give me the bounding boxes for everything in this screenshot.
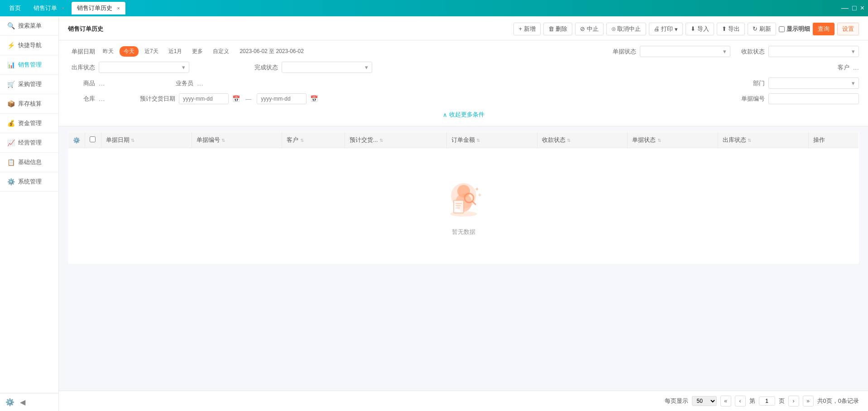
goods-selector[interactable]: ...: [99, 79, 105, 87]
sidebar-item-operations[interactable]: 📈 经营管理: [0, 133, 58, 153]
export-button[interactable]: ⬆ 导出: [717, 23, 745, 35]
sidebar-collapse-icon[interactable]: ◀: [20, 398, 25, 406]
table-body: ✦ ✦ 暂无数据: [68, 148, 859, 264]
th-doc-number[interactable]: 单据编号 ⇅: [192, 132, 282, 148]
date-tag-7days[interactable]: 近7天: [140, 46, 163, 57]
date-tag-yesterday[interactable]: 昨天: [99, 46, 118, 57]
expected-date-from[interactable]: [179, 93, 229, 104]
sidebar-item-search[interactable]: 🔍 搜索菜单: [0, 16, 58, 36]
first-page-button[interactable]: «: [720, 396, 731, 406]
refresh-button[interactable]: ↻ 刷新: [748, 23, 776, 35]
show-detail-checkbox[interactable]: [779, 26, 785, 32]
empty-state: ✦ ✦ 暂无数据: [68, 148, 858, 263]
sidebar: 🔍 搜索菜单 ⚡ 快捷导航 📊 销售管理 🛒 采购管理 📦 库存核算 💰 资金管…: [0, 16, 59, 411]
th-expected-date[interactable]: 预计交货... ⇅: [345, 132, 446, 148]
salesperson-selector[interactable]: ...: [197, 79, 203, 87]
expected-date-label: 预计交货日期: [139, 95, 175, 103]
date-range-value: 2023-06-02 至 2023-06-02: [240, 48, 303, 55]
th-outstock-status[interactable]: 出库状态 ⇅: [718, 132, 808, 148]
receipt-status-select[interactable]: ▾: [768, 46, 859, 57]
sort-receipt-status-icon: ⇅: [567, 138, 571, 143]
sidebar-settings-icon[interactable]: ⚙️: [5, 398, 14, 406]
stop-button[interactable]: ⊘ 中止: [575, 23, 604, 35]
filter-warehouse: 仓库 ...: [68, 95, 105, 103]
empty-state-cell: ✦ ✦ 暂无数据: [68, 148, 859, 264]
expected-date-to[interactable]: [257, 93, 307, 104]
close-sales-order-tab[interactable]: ×: [62, 5, 64, 11]
sidebar-item-sales[interactable]: 📊 销售管理: [0, 55, 58, 75]
sidebar-bottom: ⚙️ ◀: [0, 393, 58, 411]
maximize-btn[interactable]: □: [852, 4, 857, 12]
new-button[interactable]: + 新增: [513, 23, 540, 35]
empty-illustration: ✦ ✦: [441, 175, 486, 221]
total-info: 共0页，0条记录: [817, 397, 859, 405]
complete-status-select[interactable]: ▾: [282, 62, 372, 73]
date-tag-custom[interactable]: 自定义: [209, 46, 233, 57]
tab-sales-order[interactable]: 销售订单 ×: [28, 2, 70, 15]
filter-expected-date: 预计交货日期 📅 — 📅: [139, 93, 318, 104]
th-checkbox[interactable]: [85, 132, 101, 148]
sidebar-item-finance[interactable]: 💰 资金管理: [0, 114, 58, 133]
last-page-button[interactable]: »: [803, 396, 814, 406]
th-settings[interactable]: ⚙️: [68, 132, 85, 148]
sort-expected-date-icon: ⇅: [379, 138, 383, 143]
date-tag-more[interactable]: 更多: [188, 46, 207, 57]
prev-page-button[interactable]: ‹: [735, 396, 746, 406]
cancel-stop-button[interactable]: ⊙ 取消中止: [606, 23, 646, 35]
date-tag-today[interactable]: 今天: [120, 46, 139, 57]
doc-status-select[interactable]: ▾: [640, 46, 730, 57]
page-size-select[interactable]: 50 20 100 200: [692, 396, 717, 406]
doc-status-label: 单据状态: [609, 48, 636, 56]
collapse-row[interactable]: ∧ 收起更多条件: [68, 109, 859, 121]
window-close-btn[interactable]: ×: [860, 4, 864, 12]
sidebar-item-basic-info[interactable]: 📋 基础信息: [0, 153, 58, 172]
goods-label: 商品: [68, 79, 95, 87]
table-settings-icon[interactable]: ⚙️: [73, 137, 80, 144]
outstock-status-select[interactable]: ▾: [99, 62, 189, 73]
import-button[interactable]: ⬇ 导入: [686, 23, 714, 35]
tab-home[interactable]: 首页: [4, 2, 26, 15]
filter-row-3: 商品 ... 业务员 ... 部门 ▾: [68, 77, 859, 89]
th-doc-status[interactable]: 单据状态 ⇅: [628, 132, 718, 148]
delete-button[interactable]: 🗑 删除: [543, 23, 573, 35]
filter-receipt-status: 收款状态 ▾: [738, 46, 859, 57]
receipt-status-chevron: ▾: [852, 48, 855, 55]
page-number-input[interactable]: [759, 396, 775, 406]
sort-doc-status-icon: ⇅: [657, 138, 661, 143]
close-history-tab[interactable]: ×: [117, 5, 120, 11]
sidebar-item-system[interactable]: ⚙️ 系统管理: [0, 172, 58, 192]
th-customer[interactable]: 客户 ⇅: [282, 132, 345, 148]
svg-text:✦: ✦: [477, 192, 482, 198]
th-order-amount[interactable]: 订单金额 ⇅: [446, 132, 537, 148]
doc-number-input[interactable]: [768, 93, 859, 104]
calendar-from-icon[interactable]: 📅: [232, 95, 240, 102]
th-receipt-status[interactable]: 收款状态 ⇅: [537, 132, 628, 148]
data-table: ⚙️ 单据日期 ⇅ 单据编号 ⇅: [68, 132, 859, 264]
sidebar-item-quicknav[interactable]: ⚡ 快捷导航: [0, 36, 58, 55]
minimize-btn[interactable]: —: [841, 4, 849, 12]
customer-label: 客户: [822, 63, 849, 72]
customer-selector[interactable]: ...: [853, 63, 859, 72]
sidebar-item-inventory[interactable]: 📦 库存核算: [0, 94, 58, 114]
settings-button[interactable]: 设置: [837, 23, 859, 35]
dept-select[interactable]: ▾: [768, 77, 859, 89]
tab-sales-order-history[interactable]: 销售订单历史 ×: [72, 2, 125, 15]
select-all-checkbox[interactable]: [90, 136, 96, 142]
system-icon: ⚙️: [7, 178, 14, 185]
warehouse-selector[interactable]: ...: [99, 95, 105, 103]
sort-order-amount-icon: ⇅: [476, 138, 480, 143]
th-doc-date[interactable]: 单据日期 ⇅: [101, 132, 192, 148]
outstock-status-label: 出库状态: [68, 63, 95, 72]
calendar-to-icon[interactable]: 📅: [310, 95, 318, 102]
top-bar-right: — □ ×: [841, 4, 864, 12]
query-button[interactable]: 查询: [813, 23, 834, 35]
complete-status-chevron: ▾: [365, 64, 368, 71]
operations-icon: 📈: [7, 139, 14, 146]
sidebar-item-purchase[interactable]: 🛒 采购管理: [0, 75, 58, 94]
svg-point-3: [457, 185, 470, 198]
filter-doc-status: 单据状态 ▾: [609, 46, 730, 57]
print-button[interactable]: 🖨 打印 ▾: [649, 23, 683, 35]
next-page-button[interactable]: ›: [788, 396, 799, 406]
date-tag-1month[interactable]: 近1月: [164, 46, 187, 57]
th-actions: 操作: [808, 132, 858, 148]
